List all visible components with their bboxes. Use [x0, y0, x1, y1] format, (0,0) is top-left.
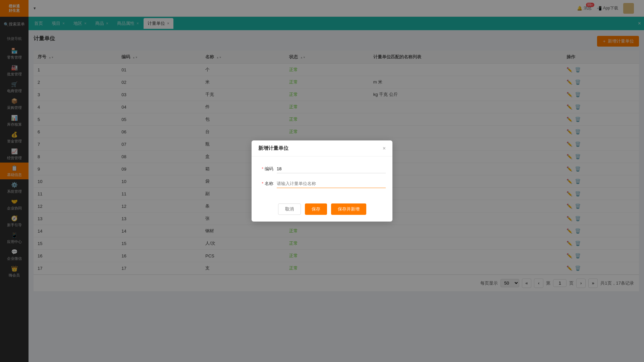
form-item-code: 编码 [258, 165, 386, 173]
code-label: 编码 [258, 166, 273, 172]
code-input[interactable] [277, 165, 386, 173]
cancel-button[interactable]: 取消 [278, 203, 301, 215]
name-input[interactable] [277, 179, 386, 188]
form-item-name: 名称 [258, 179, 386, 188]
modal-header: 新增计量单位 × [252, 140, 392, 157]
modal-body: 编码 名称 [252, 157, 392, 199]
add-unit-modal: 新增计量单位 × 编码 名称 取消 保存 保存并新增 [252, 140, 392, 222]
modal-title: 新增计量单位 [258, 145, 288, 152]
modal-close-button[interactable]: × [383, 145, 386, 152]
modal-footer: 取消 保存 保存并新增 [252, 199, 392, 222]
save-and-add-button[interactable]: 保存并新增 [331, 203, 366, 215]
name-label: 名称 [258, 181, 273, 187]
save-button[interactable]: 保存 [305, 203, 327, 215]
modal-overlay: 新增计量单位 × 编码 名称 取消 保存 保存并新增 [0, 0, 644, 362]
